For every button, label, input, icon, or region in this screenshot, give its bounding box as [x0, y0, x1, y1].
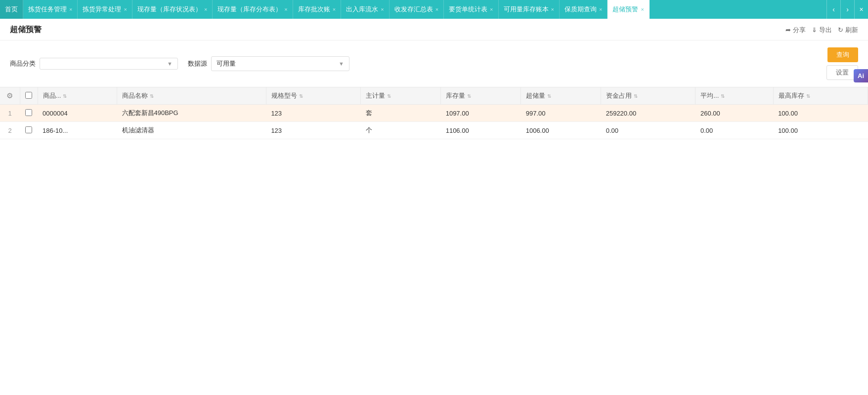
cell-product-name: 六配套新昌490BPG [117, 105, 266, 122]
close-icon[interactable]: × [551, 6, 554, 12]
close-icon[interactable]: × [641, 6, 644, 12]
export-icon: ⇓ [812, 26, 817, 34]
close-icon[interactable]: × [124, 6, 127, 12]
th-checkbox [20, 87, 38, 105]
row-checkbox-cell [20, 105, 38, 122]
datasource-select-value: 可用量 [217, 59, 236, 68]
select-all-checkbox[interactable] [25, 92, 32, 99]
datasource-select[interactable]: 可用量 ▼ [211, 56, 349, 71]
sort-icon: ⇅ [150, 93, 154, 99]
nav-inventory-dist[interactable]: 现存量（库存分布表） × [213, 0, 293, 19]
th-over-storage[interactable]: 超储量 ⇅ [521, 87, 601, 105]
nav-batch-account[interactable]: 库存批次账 × [293, 0, 341, 19]
share-icon: ➦ [785, 26, 791, 34]
nav-expand-button[interactable]: × [854, 0, 868, 19]
nav-exception[interactable]: 拣货异常处理 × [78, 0, 132, 19]
page-title: 超储预警 [10, 25, 42, 35]
chevron-down-icon: ▼ [167, 61, 173, 67]
category-select[interactable]: ▼ [40, 58, 178, 70]
cell-over-storage: 1006.00 [521, 122, 601, 139]
cell-avg: 260.00 [695, 105, 773, 122]
nav-task-manage[interactable]: 拣货任务管理 × [23, 0, 78, 19]
sort-icon: ⇅ [547, 93, 551, 99]
nav-summary[interactable]: 收发存汇总表 × [390, 0, 444, 19]
sort-icon: ⇅ [467, 93, 471, 99]
th-inventory[interactable]: 库存量 ⇅ [441, 87, 521, 105]
cell-max-inventory: 100.00 [773, 122, 868, 139]
cell-over-storage: 997.00 [521, 105, 601, 122]
refresh-button[interactable]: ↻ 刷新 [838, 26, 858, 35]
close-icon[interactable]: × [490, 6, 493, 12]
header-actions: ➦ 分享 ⇓ 导出 ↻ 刷新 [785, 26, 858, 35]
sort-icon: ⇅ [63, 93, 67, 99]
nav-overstock[interactable]: 超储预警 × [608, 0, 649, 19]
datasource-filter-group: 数据源 可用量 ▼ [188, 56, 349, 71]
sort-icon: ⇅ [634, 93, 638, 99]
table-header-row: ⚙ 商品... ⇅ 商品名称 ⇅ [0, 87, 868, 105]
close-icon[interactable]: × [204, 6, 207, 12]
table-row: 1 0000004 六配套新昌490BPG 123 套 1097.00 997.… [0, 105, 868, 122]
close-icon[interactable]: × [333, 6, 336, 12]
nav-next-button[interactable]: › [840, 0, 854, 19]
cell-unit: 个 [361, 122, 441, 139]
row-number: 2 [0, 122, 20, 139]
chevron-down-icon: ▼ [339, 61, 344, 67]
close-icon[interactable]: × [284, 6, 287, 12]
ai-badge[interactable]: Ai [854, 69, 868, 82]
th-capital[interactable]: 资金占用 ⇅ [601, 87, 695, 105]
filter-row: 商品分类 ▼ 数据源 可用量 ▼ 查询 设置 [0, 40, 868, 87]
data-table: ⚙ 商品... ⇅ 商品名称 ⇅ [0, 87, 868, 139]
cell-inventory: 1106.00 [441, 122, 521, 139]
row-number: 1 [0, 105, 20, 122]
data-table-container: ⚙ 商品... ⇅ 商品名称 ⇅ [0, 87, 868, 139]
top-navigation: 首页 拣货任务管理 × 拣货异常处理 × 现存量（库存状况表） × 现存量（库存… [0, 0, 868, 19]
datasource-label: 数据源 [188, 59, 207, 68]
export-button[interactable]: ⇓ 导出 [812, 26, 832, 35]
th-product-name[interactable]: 商品名称 ⇅ [117, 87, 266, 105]
th-avg[interactable]: 平均... ⇅ [695, 87, 773, 105]
th-max-inventory[interactable]: 最高库存 ⇅ [773, 87, 868, 105]
cell-spec: 123 [266, 122, 360, 139]
query-button[interactable]: 查询 [827, 47, 858, 62]
cell-product-code: 186-10... [38, 122, 117, 139]
cell-product-name: 机油滤清器 [117, 122, 266, 139]
th-settings: ⚙ [0, 87, 20, 105]
row-checkbox[interactable] [25, 109, 32, 116]
th-product-code[interactable]: 商品... ⇅ [38, 87, 117, 105]
category-filter-group: 商品分类 ▼ [10, 58, 178, 70]
nav-prev-button[interactable]: ‹ [826, 0, 840, 19]
nav-expiry[interactable]: 保质期查询 × [560, 0, 608, 19]
close-icon[interactable]: × [69, 6, 72, 12]
sort-icon: ⇅ [806, 93, 810, 99]
page-container: 超储预警 ➦ 分享 ⇓ 导出 ↻ 刷新 商品分类 ▼ 数据源 [0, 19, 868, 395]
cell-product-code: 0000004 [38, 105, 117, 122]
sort-icon: ⇅ [387, 93, 391, 99]
close-icon[interactable]: × [381, 6, 384, 12]
cell-max-inventory: 100.00 [773, 105, 868, 122]
sort-icon: ⇅ [299, 93, 303, 99]
close-icon[interactable]: × [435, 6, 438, 12]
category-label: 商品分类 [10, 59, 36, 68]
refresh-icon: ↻ [838, 26, 843, 34]
share-button[interactable]: ➦ 分享 [785, 26, 806, 35]
row-checkbox-cell [20, 122, 38, 139]
nav-inventory-status[interactable]: 现存量（库存状况表） × [132, 0, 213, 19]
nav-arrows: ‹ › × [826, 0, 868, 19]
table-body: 1 0000004 六配套新昌490BPG 123 套 1097.00 997.… [0, 105, 868, 139]
nav-demand-stats[interactable]: 要货单统计表 × [444, 0, 498, 19]
th-unit[interactable]: 主计量 ⇅ [361, 87, 441, 105]
close-icon[interactable]: × [599, 6, 602, 12]
nav-flow[interactable]: 出入库流水 × [341, 0, 389, 19]
cell-capital: 259220.00 [601, 105, 695, 122]
sort-icon: ⇅ [721, 93, 725, 99]
cell-unit: 套 [361, 105, 441, 122]
page-header: 超储预警 ➦ 分享 ⇓ 导出 ↻ 刷新 [0, 19, 868, 40]
nav-home[interactable]: 首页 [0, 0, 23, 19]
cell-spec: 123 [266, 105, 360, 122]
row-checkbox[interactable] [25, 126, 32, 133]
th-spec[interactable]: 规格型号 ⇅ [266, 87, 360, 105]
cell-capital: 0.00 [601, 122, 695, 139]
nav-usable-account[interactable]: 可用量库存账本 × [499, 0, 560, 19]
gear-icon[interactable]: ⚙ [6, 91, 13, 100]
cell-avg: 0.00 [695, 122, 773, 139]
